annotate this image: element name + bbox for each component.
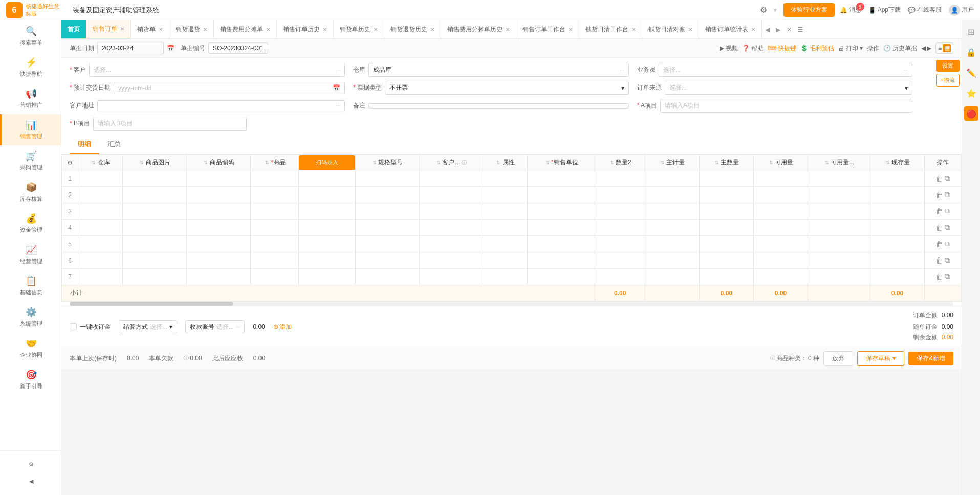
tab-daily-reconcile[interactable]: 钱货日清对账 ✕: [642, 20, 699, 39]
copy-icon[interactable]: ⧉: [945, 240, 950, 248]
table-scrollbar[interactable]: [70, 302, 953, 306]
tab-close-icon[interactable]: ✕: [120, 26, 124, 32]
delete-icon[interactable]: 🗑: [935, 240, 943, 248]
a-project-input[interactable]: 请输入A项目: [660, 99, 912, 113]
nav-prev-icon[interactable]: ◀: [921, 45, 926, 52]
customer-input[interactable]: 选择... ···: [89, 63, 345, 77]
tab-detail[interactable]: 明细: [70, 136, 99, 154]
right-panel-star-icon[interactable]: ⭐: [964, 86, 978, 100]
cell-product-1[interactable]: [251, 170, 299, 187]
remark-input[interactable]: [368, 103, 628, 109]
copy-icon[interactable]: ⧉: [945, 207, 950, 216]
tab-order-stats[interactable]: 销售订单统计表 ✕: [699, 20, 762, 39]
view-mode-btn[interactable]: ≡ ▦: [935, 42, 953, 54]
cell-image-1[interactable]: [122, 170, 186, 187]
tab-close-icon[interactable]: ✕: [751, 27, 755, 32]
cell-spec-1[interactable]: [355, 170, 419, 187]
sidebar-collapse-btn[interactable]: ◀: [0, 473, 61, 490]
delete-icon[interactable]: 🗑: [935, 175, 943, 183]
settings-quick-btn[interactable]: 设置: [936, 60, 960, 72]
date-input[interactable]: 2023-03-24: [97, 42, 164, 54]
b-project-input[interactable]: 请输入B项目: [93, 117, 247, 131]
notification-badge[interactable]: 🔔 消息 9: [840, 6, 861, 14]
cell-action-3[interactable]: 🗑⧉: [924, 203, 961, 220]
sidebar-item-finance[interactable]: 💰 资金管理: [0, 208, 61, 239]
copy-icon[interactable]: ⧉: [945, 190, 950, 199]
quick-order-checkbox[interactable]: [70, 323, 77, 330]
tab-sales-return[interactable]: 销货退货 ✕: [169, 20, 214, 39]
cell-action-2[interactable]: 🗑⧉: [924, 187, 961, 203]
tab-invoice-history[interactable]: 销货单历史 ✕: [334, 20, 384, 39]
delete-icon[interactable]: 🗑: [935, 256, 943, 265]
operation-btn[interactable]: 操作: [867, 44, 879, 53]
sidebar-item-quicknav[interactable]: ⚡ 快捷导航: [0, 52, 61, 83]
right-panel-grid-icon[interactable]: ⊞: [964, 25, 978, 39]
cell-attr-1[interactable]: [483, 170, 528, 187]
tab-close-icon[interactable]: ✕: [430, 27, 434, 32]
copy-icon[interactable]: ⧉: [945, 223, 950, 232]
tab-close-icon[interactable]: ✕: [569, 27, 573, 32]
delivery-date-input[interactable]: yyyy-mm-dd 📅: [114, 82, 345, 94]
tab-summary[interactable]: 汇总: [99, 136, 129, 154]
tab-close-icon[interactable]: ✕: [266, 27, 270, 32]
copy-icon[interactable]: ⧉: [945, 272, 950, 281]
right-panel-edit-icon[interactable]: ✏️: [964, 66, 978, 80]
tab-close-icon[interactable]: ✕: [506, 27, 510, 32]
sidebar-item-system[interactable]: ⚙️ 系统管理: [0, 302, 61, 333]
sidebar-settings-btn[interactable]: ⚙: [0, 456, 61, 473]
address-input[interactable]: ···: [97, 100, 345, 111]
user-info[interactable]: 👤 用户: [949, 5, 974, 16]
cell-code-1[interactable]: [187, 170, 251, 187]
payment-method-select[interactable]: 结算方式 选择... ▾: [119, 320, 177, 333]
sidebar-item-operations[interactable]: 📈 经营管理: [0, 239, 61, 270]
tab-close-icon[interactable]: ✕: [688, 27, 692, 32]
cell-action-6[interactable]: 🗑⧉: [924, 252, 961, 269]
tab-home[interactable]: 首页: [61, 20, 86, 39]
calendar-icon[interactable]: 📅: [167, 45, 175, 52]
invoice-type-select[interactable]: 不开票 ▾: [385, 81, 628, 95]
delete-icon[interactable]: 🗑: [935, 273, 943, 281]
cell-action-5[interactable]: 🗑⧉: [924, 236, 961, 252]
cell-action-4[interactable]: 🗑⧉: [924, 220, 961, 236]
order-no-input[interactable]: SO-20230324-001: [208, 42, 268, 54]
tab-close-all-btn[interactable]: ✕: [783, 20, 795, 39]
tab-next-btn[interactable]: ▶: [773, 20, 783, 39]
tab-close-icon[interactable]: ✕: [159, 27, 163, 32]
warehouse-input[interactable]: 成品库 ···: [368, 63, 628, 77]
topbar-settings-icon[interactable]: ⚙: [760, 5, 767, 15]
tab-close-icon[interactable]: ✕: [323, 27, 327, 32]
tab-prev-btn[interactable]: ◀: [762, 20, 773, 39]
tab-return-history[interactable]: 销货退货历史 ✕: [384, 20, 441, 39]
cell-mainunit-1[interactable]: [645, 170, 699, 187]
solution-button[interactable]: 体验行业方案: [783, 3, 835, 17]
logistics-btn[interactable]: +物流: [936, 74, 960, 87]
tab-order-history[interactable]: 销售订单历史 ✕: [277, 20, 334, 39]
sidebar-item-sales[interactable]: 📊 销售管理: [0, 114, 61, 145]
cell-mainqty-1[interactable]: [699, 170, 753, 187]
tab-sales-invoice[interactable]: 销货单 ✕: [131, 20, 169, 39]
tab-expense-split[interactable]: 销售费用分摊单 ✕: [214, 20, 277, 39]
right-panel-lock-icon[interactable]: 🔒: [964, 45, 978, 59]
cell-qty2-1[interactable]: [595, 170, 645, 187]
print-btn[interactable]: 🖨 打印 ▾: [838, 44, 863, 53]
tab-close-icon[interactable]: ✕: [631, 27, 636, 32]
history-btn[interactable]: 🕐 历史单据: [883, 44, 917, 53]
tab-menu-btn[interactable]: ☰: [795, 20, 807, 39]
app-download[interactable]: 📱 App下载: [868, 6, 901, 14]
copy-icon[interactable]: ⧉: [945, 174, 950, 183]
delete-icon[interactable]: 🗑: [935, 207, 943, 216]
tab-close-icon[interactable]: ✕: [374, 27, 378, 32]
scan-button[interactable]: 扫码录入: [312, 158, 342, 167]
save-draft-button[interactable]: 保存草稿 ▾: [857, 351, 904, 366]
delete-icon[interactable]: 🗑: [935, 224, 943, 232]
account-select[interactable]: 收款账号 选择... ···: [185, 320, 245, 333]
help-btn[interactable]: ❓ 帮助: [742, 44, 764, 53]
sidebar-item-guide[interactable]: 🎯 新手引导: [0, 364, 61, 395]
cell-custcode-1[interactable]: [419, 170, 483, 187]
discard-button[interactable]: 放弃: [823, 351, 853, 366]
col-settings[interactable]: ⚙: [62, 155, 78, 170]
cell-action-7[interactable]: 🗑⧉: [924, 269, 961, 285]
sidebar-item-basic-info[interactable]: 📋 基础信息: [0, 270, 61, 302]
tab-order-workbench[interactable]: 销售订单工作台 ✕: [516, 20, 579, 39]
copy-icon[interactable]: ⧉: [945, 256, 950, 265]
